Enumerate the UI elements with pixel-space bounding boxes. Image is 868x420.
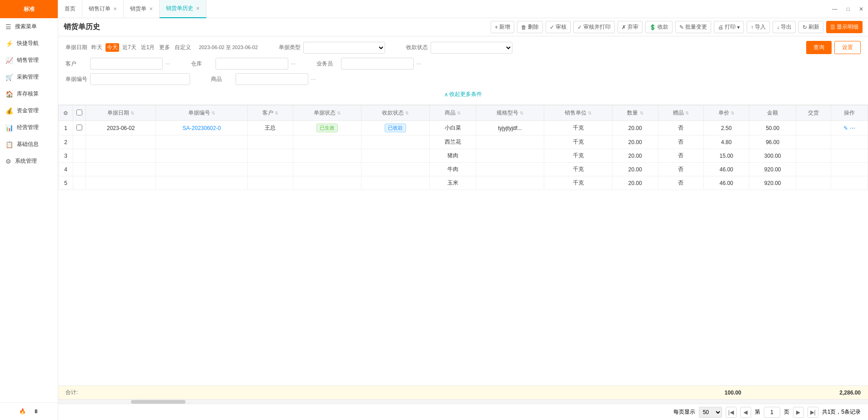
collect-status-select[interactable] [431,42,512,54]
row-select-checkbox[interactable] [76,125,82,130]
delete-button[interactable]: 🗑 删除 [517,21,543,33]
next-page-btn[interactable]: ▶ [793,407,804,418]
row-doc-no[interactable] [156,176,247,190]
row-checkbox[interactable] [73,121,86,135]
sidebar-item-inventory[interactable]: 🏠 库存核算 [0,85,58,102]
batch-change-button[interactable]: ✎ 批量变更 [675,21,711,33]
per-page-select[interactable]: 50 100 200 [699,407,722,418]
doc-no-input[interactable] [90,73,190,85]
collapse-btn[interactable]: ∧ 收起更多条件 [65,89,861,100]
row-no: 4 [59,163,73,176]
row-customer [247,163,293,176]
col-settings[interactable]: ⚙ [59,105,73,121]
minimize-btn[interactable]: — [828,6,842,12]
page-number-input[interactable] [764,407,780,418]
close-sales-history-tab[interactable]: ✕ [196,6,200,11]
customer-input[interactable] [90,58,163,70]
row-doc-no[interactable] [156,135,247,149]
first-page-btn[interactable]: |◀ [726,407,737,418]
pause-icon[interactable]: ⏸ [33,408,39,415]
row-checkbox[interactable] [73,135,86,149]
page-title: 销货单历史 [64,22,100,32]
custom-date-btn[interactable]: 自定义 [173,43,192,52]
today-btn[interactable]: 今天 [105,43,119,52]
set-button[interactable]: 设置 [834,41,861,54]
collect-button[interactable]: 💲 收款 [645,21,672,33]
row-actions: ✎⋯ [831,121,868,135]
col-customer[interactable]: 客户 ⇅ [247,105,293,121]
abandon-button[interactable]: ✗ 弃审 [617,21,642,33]
close-window-btn[interactable]: ✕ [854,6,868,12]
row-unit: 千克 [544,176,612,190]
audit-print-button[interactable]: ✓ 审核并打印 [573,21,615,33]
fire-icon[interactable]: 🔥 [19,408,26,415]
tab-sales-history[interactable]: 销货单历史 ✕ [160,0,206,18]
customer-filter: 客户 ··· [65,58,170,70]
audit-button[interactable]: ✓ 审核 [546,21,571,33]
col-collect-status[interactable]: 收款状态 ⇅ [361,105,430,121]
row-doc-no[interactable] [156,149,247,163]
sidebar-item-ops-mgmt[interactable]: 📊 经营管理 [0,119,58,136]
print-button[interactable]: 🖨 打印 ▾ [714,21,744,33]
col-goods[interactable]: 商品 ⇅ [430,105,476,121]
row-doc-no[interactable] [156,163,247,176]
table-row: 5 玉米 千克 20.00 否 46.00 920.00 [59,176,868,190]
1month-btn[interactable]: 近1月 [140,43,156,52]
customer-picker-btn[interactable]: ··· [166,60,170,67]
import-button[interactable]: ↑ 导入 [747,21,770,33]
row-checkbox[interactable] [73,149,86,163]
col-doc-date[interactable]: 单据日期 ⇅ [86,105,156,121]
col-spec[interactable]: 规格型号 ⇅ [476,105,544,121]
goods-input[interactable] [236,73,308,85]
sidebar-item-purchase-mgmt[interactable]: 🛒 采购管理 [0,69,58,85]
query-button[interactable]: 查询 [806,41,832,54]
sidebar-item-basic-info[interactable]: 📋 基础信息 [0,136,58,153]
row-checkbox[interactable] [73,176,86,190]
row-doc-no[interactable]: SA-20230602-0 [156,121,247,135]
add-button[interactable]: + 新增 [491,21,514,33]
sidebar-item-sales-mgmt[interactable]: 📈 销售管理 [0,52,58,69]
row-amount: 920.00 [749,176,796,190]
more-actions-icon[interactable]: ⋯ [850,125,855,131]
col-doc-status[interactable]: 单据状态 ⇅ [293,105,361,121]
sidebar-item-capital-mgmt[interactable]: 💰 资金管理 [0,102,58,119]
row-checkbox[interactable] [73,163,86,176]
doc-type-select[interactable] [303,42,385,54]
per-page-label: 每页显示 [673,408,695,416]
col-checkbox[interactable] [73,105,86,121]
close-sales-order-tab[interactable]: ✕ [113,6,117,11]
export-button[interactable]: ↓ 导出 [773,21,796,33]
col-unit[interactable]: 销售单位 ⇅ [544,105,612,121]
more-date-btn[interactable]: 更多 [158,43,171,52]
close-sales-invoice-tab[interactable]: ✕ [149,6,153,11]
col-gift[interactable]: 赠品 ⇅ [658,105,703,121]
sidebar-item-system-mgmt[interactable]: ⚙ 系统管理 [0,153,58,170]
refresh-button[interactable]: ↻ 刷新 [798,21,823,33]
sidebar-item-search-menu[interactable]: ☰ 搜索菜单 [0,18,58,35]
salesperson-input[interactable] [341,58,414,70]
warehouse-picker-btn[interactable]: ··· [291,60,296,67]
tab-home[interactable]: 首页 [58,0,82,18]
goods-picker-btn[interactable]: ··· [311,76,316,82]
7days-btn[interactable]: 近7天 [121,43,138,52]
warehouse-input[interactable] [216,58,288,70]
horizontal-scrollbar[interactable] [58,399,868,404]
maximize-btn[interactable]: □ [842,6,854,12]
sidebar-item-quick-nav[interactable]: ⚡ 快捷导航 [0,35,58,52]
tab-sales-invoice[interactable]: 销货单 ✕ [124,0,160,18]
last-page-btn[interactable]: ▶| [808,407,818,418]
prev-page-btn[interactable]: ◀ [740,407,751,418]
yesterday-btn[interactable]: 昨天 [90,43,104,52]
salesperson-picker-btn[interactable]: ··· [416,60,421,67]
tab-sales-order[interactable]: 销售订单 ✕ [82,0,124,18]
col-price[interactable]: 单价 ⇅ [703,105,749,121]
scrollbar-thumb[interactable] [131,400,186,404]
show-detail-button[interactable]: ☰ 显示明细 [826,21,863,33]
select-all-checkbox[interactable] [76,110,82,115]
list-icon: 📋 [5,141,13,148]
col-doc-no[interactable]: 单据编号 ⇅ [156,105,247,121]
pagination: 每页显示 50 100 200 |◀ ◀ 第 页 ▶ ▶| 共1页，5条记录 [58,404,868,420]
edit-icon[interactable]: ✎ [843,125,848,131]
row-price: 46.00 [703,163,749,176]
col-qty[interactable]: 数量 ⇅ [612,105,658,121]
